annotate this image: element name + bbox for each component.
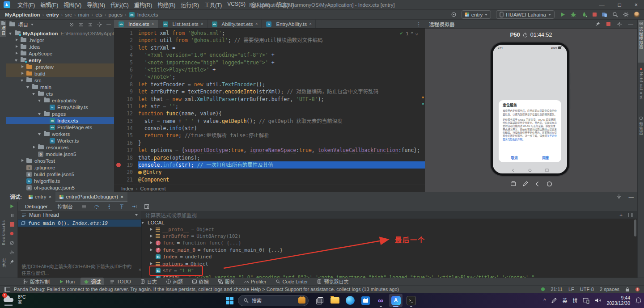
close-tab-icon[interactable]: × (255, 21, 258, 26)
tree-item[interactable]: tsEntryAbility.ts (6, 104, 114, 110)
gutter-line-number[interactable]: 6 (114, 66, 138, 73)
view-breakpoints-icon[interactable] (9, 231, 14, 236)
code-line[interactable]: 9let arrBuffer = textEncoder.encodeInto(… (114, 88, 425, 95)
thread-selector[interactable]: Main Thread (18, 211, 141, 219)
gutter-line-number[interactable]: 9 (114, 88, 138, 95)
search-box[interactable]: 搜索 (238, 295, 309, 306)
tool-window-button-doc[interactable]: 日志 (137, 278, 160, 286)
chevron-down-icon[interactable] (31, 24, 34, 25)
tree-item[interactable]: etsIndex.ets (6, 117, 114, 124)
breadcrumb-item[interactable]: src (64, 12, 72, 17)
file-explorer-icon[interactable] (328, 294, 342, 307)
gutter-line-number[interactable]: 15 (114, 132, 138, 139)
tree-item[interactable]: build (6, 70, 114, 77)
gutter-line-number[interactable]: 11 (114, 103, 138, 110)
watch-expression-field[interactable]: 计算表达式或添加监视 + (141, 211, 637, 219)
variable-row[interactable]: ƒfunc=function func( {...} (141, 240, 633, 246)
code-line[interactable]: 5 '<note importance="high" logged="true"… (114, 59, 425, 66)
menu-item[interactable]: 代码(C) (108, 0, 131, 9)
breadcrumb-file[interactable]: Index.ets (137, 12, 159, 17)
gutter-line-number[interactable]: 14 (114, 125, 138, 132)
task-view-icon[interactable] (313, 294, 326, 307)
tool-window-button-err[interactable]: 问题 (163, 278, 186, 286)
tree-item[interactable]: AppScope (6, 50, 114, 57)
tree-item[interactable]: workers (6, 131, 114, 137)
evaluate-expression-icon[interactable] (144, 204, 149, 209)
breadcrumb-item[interactable]: ets (95, 12, 102, 17)
device-manager-icon[interactable] (602, 12, 607, 17)
editor-tab[interactable]: tsEntryAbility.ts× (262, 20, 316, 28)
tool-window-button-prof[interactable]: Profiler (241, 278, 270, 285)
screenshot-icon[interactable] (510, 181, 516, 187)
dialog-cancel-button[interactable]: 取消 (511, 156, 518, 160)
pen-icon[interactable] (522, 181, 528, 187)
variable-row[interactable]: 01Index=undefined (141, 253, 633, 260)
search-highlight-icon[interactable] (298, 297, 305, 304)
chevron-right-icon[interactable] (15, 45, 19, 49)
pen-input-icon[interactable] (551, 298, 557, 304)
line-separator[interactable]: LF (568, 287, 574, 292)
stop-button[interactable] (593, 13, 597, 17)
pin-icon[interactable] (9, 259, 14, 264)
tool-window-button-term[interactable]: 终端 (189, 278, 212, 286)
chevron-right-icon[interactable] (15, 38, 19, 42)
profiler-button[interactable] (581, 12, 588, 17)
minimize-button[interactable]: — (599, 2, 605, 8)
phone-home-icon[interactable] (528, 169, 532, 172)
gutter-line-number[interactable]: 3 (114, 44, 138, 51)
code-line[interactable]: 15 return true; //true:继续解析 false:停止解析 (114, 132, 425, 139)
close-tab-icon[interactable]: × (152, 21, 154, 26)
tool-strip-previewer-tab[interactable]: 预览器 (638, 114, 644, 147)
pause-icon[interactable] (10, 213, 14, 218)
profile-avatar[interactable] (634, 12, 640, 17)
tool-strip-project-tab[interactable]: 项目 (0, 21, 6, 37)
debug-view-tab[interactable]: Debugger (21, 202, 52, 211)
code-line[interactable]: 8let textEncoder = new util.TextEncoder(… (114, 81, 425, 88)
gutter-line-number[interactable]: 7 (114, 73, 138, 80)
editor-breadcrumb-item[interactable]: Index (121, 186, 133, 191)
debug-gear-icon[interactable] (9, 250, 14, 255)
tree-item[interactable]: {}oh-package.json5 (6, 184, 114, 191)
variable-row[interactable]: options=Object (141, 260, 633, 267)
expand-all-icon[interactable] (88, 22, 93, 27)
gutter-line-number[interactable]: 19 (114, 161, 138, 169)
gutter-line-number[interactable]: 8 (114, 81, 138, 88)
hide-panel-icon[interactable]: — (106, 22, 111, 27)
run-to-cursor-icon[interactable] (131, 204, 137, 209)
variable-row[interactable]: 01str="1 0" (141, 267, 633, 274)
breadcrumb-item[interactable]: entry (46, 12, 59, 17)
gutter-line-number[interactable]: 17 (114, 147, 138, 154)
chevron-right-icon[interactable] (149, 248, 153, 252)
chevron-right-icon[interactable] (21, 72, 25, 76)
tree-item[interactable]: ohosTest (6, 157, 114, 164)
weather-widget[interactable]: 1 8°C 雾 (4, 294, 26, 305)
cast-display-icon[interactable] (583, 298, 589, 304)
chevron-right-icon[interactable] (21, 159, 25, 163)
locate-file-icon[interactable] (69, 22, 74, 27)
code-line[interactable]: 17let options = {supportDoctype:true, ig… (114, 147, 425, 154)
run-button[interactable] (559, 12, 565, 17)
ime-pinyin-indicator[interactable]: 拼 (572, 297, 577, 304)
chevron-right-icon[interactable] (149, 241, 153, 245)
device-selector[interactable]: HUAWEI Lahaina (496, 10, 555, 19)
variable-row[interactable]: ƒfunc_main_0=function func_main_0( {...} (141, 247, 633, 253)
breakpoint-icon[interactable] (116, 163, 121, 167)
tool-window-button-doc[interactable]: 预览器日志 (314, 278, 352, 286)
tool-window-button-play[interactable]: Run (55, 278, 78, 285)
speaker-icon[interactable] (595, 298, 601, 303)
stack-frame-row[interactable]: func_main_0(), Index.ets:19 (18, 219, 141, 227)
emulator-stop-icon[interactable] (606, 22, 610, 26)
settings-gear-icon[interactable] (623, 12, 629, 17)
run-config-selector[interactable]: entry (462, 10, 491, 19)
home-icon[interactable] (547, 181, 552, 187)
chevron-down-icon[interactable] (21, 78, 25, 82)
microsoft-store-icon[interactable] (359, 294, 372, 307)
hidden-icons-chevron[interactable]: ^ (543, 298, 546, 303)
tree-item[interactable]: .idea (6, 43, 114, 50)
notifications-icon[interactable]: ! (636, 287, 640, 291)
code-line[interactable]: 12function func(name, value){ (114, 110, 425, 117)
emulator-settings-icon[interactable] (617, 21, 622, 27)
gutter-line-number[interactable]: 1 (114, 30, 138, 37)
gutter-line-number[interactable]: 10 (114, 96, 138, 103)
chevron-right-icon[interactable] (149, 262, 153, 266)
